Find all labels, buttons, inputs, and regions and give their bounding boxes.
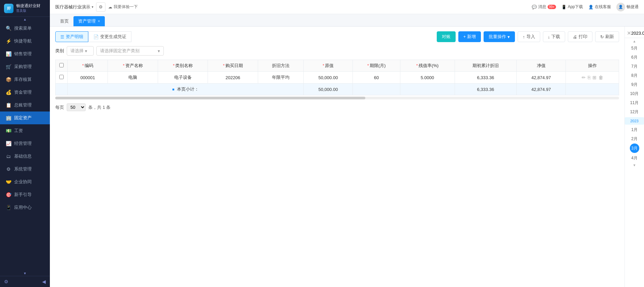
select-all-checkbox[interactable] — [59, 63, 64, 67]
refresh-button[interactable]: ↻ 刷新 — [595, 31, 619, 42]
tab-asset-detail-label: 资产明细 — [66, 34, 83, 40]
date-month-12[interactable]: 12月 — [625, 107, 644, 117]
delete-icon[interactable]: 🗑 — [599, 75, 603, 80]
sidebar-item-funds[interactable]: 💰 资金管理 — [0, 86, 50, 99]
copy-icon[interactable]: ⎘ — [588, 75, 590, 80]
sidebar-item-fixed-assets[interactable]: 🏢 固定资产 — [0, 111, 50, 124]
row-residual-rate: 5.0000 — [400, 72, 455, 84]
new-button[interactable]: + 新增 — [458, 31, 481, 42]
sidebar-item-app-center[interactable]: 📱 应用中心 — [0, 201, 50, 214]
sidebar-item-ledger[interactable]: 📋 总账管理 — [0, 99, 50, 111]
purchase-icon: 🛒 — [5, 64, 11, 70]
date-month-3-active[interactable]: 3月 — [630, 144, 639, 153]
sidebar-item-guide[interactable]: 🎯 新手引导 — [0, 188, 50, 201]
per-page-select[interactable]: 50 10 20 100 — [67, 103, 86, 111]
sidebar-item-base-info[interactable]: 🗂 基础信息 — [0, 150, 50, 163]
date-panel-year-label: 2023 — [625, 117, 644, 125]
sidebar-item-enterprise[interactable]: 🤝 企业协同 — [0, 176, 50, 188]
company-selector[interactable]: 医疗器械行业演示 ▾ — [55, 4, 93, 10]
date-month-11[interactable]: 11月 — [625, 98, 644, 107]
table-header-depreciation-method: 折旧方法 — [258, 60, 303, 72]
download-button[interactable]: ↓ 下载 — [543, 31, 565, 42]
sidebar-item-inventory[interactable]: 📦 库存核算 — [0, 73, 50, 86]
base-info-icon: 🗂 — [5, 153, 11, 159]
sidebar-item-sales[interactable]: 📊 销售管理 — [0, 47, 50, 60]
collapse-icon[interactable]: ◀ — [42, 279, 46, 284]
message-button[interactable]: 💬 消息 99+ — [532, 4, 556, 10]
tab-close-icon[interactable]: × — [98, 19, 100, 24]
date-month-5[interactable]: 5月 — [625, 44, 644, 53]
online-service-button[interactable]: 👤 在线客服 — [588, 4, 611, 10]
date-month-1[interactable]: 1月 — [625, 125, 644, 134]
sidebar-item-label: 库存核算 — [14, 76, 32, 83]
toolbar: ☰ 资产明细 📄 变更生成凭证 对账 + 新增 — [55, 31, 619, 42]
enterprise-icon: 🤝 — [5, 179, 11, 185]
table-icon: ☰ — [60, 34, 64, 39]
sidebar-item-system[interactable]: ⚙ 系统管理 — [0, 163, 50, 176]
header-settings-button[interactable]: ⚙ — [96, 2, 105, 12]
table-header-net-value: 净值 — [517, 60, 566, 72]
subtotal-checkbox-cell — [56, 84, 68, 95]
cloud-icon: ☁ — [108, 5, 112, 9]
tab-home[interactable]: 首页 — [55, 16, 73, 26]
sidebar-item-label: 快捷导航 — [14, 38, 32, 44]
date-month-7[interactable]: 7月 — [625, 62, 644, 71]
settings-icon[interactable]: ⚙ — [4, 279, 8, 284]
tab-change-voucher-button[interactable]: 📄 变更生成凭证 — [88, 31, 131, 42]
avatar: 👤 — [616, 3, 625, 11]
print-button[interactable]: 🖨 打印 — [568, 31, 592, 42]
experience-button[interactable]: ☁ 我要体验一下 — [108, 4, 138, 10]
sidebar-item-label: 固定资产 — [14, 115, 32, 121]
tab-asset-management[interactable]: 资产管理 × — [73, 16, 105, 26]
funds-icon: 💰 — [5, 89, 11, 95]
date-month-10[interactable]: 10月 — [625, 89, 644, 98]
filter-category-select[interactable]: 请选择固定资产类别 ▾ — [96, 46, 164, 56]
date-panel: ✕ 2023.03 ⤢ ▲ 5月 6月 7月 8月 9月 10月 11月 12月… — [624, 27, 644, 287]
import-button[interactable]: ↑ 导入 — [518, 31, 540, 42]
company-name: 医疗器械行业演示 — [55, 4, 90, 10]
import-label: 导入 — [526, 34, 535, 40]
main-content: 医疗器械行业演示 ▾ ⚙ ☁ 我要体验一下 💬 消息 99+ 📱 App下载 — [50, 0, 644, 287]
date-months-after: 1月 2月 3月 4月 — [625, 125, 644, 163]
date-panel-down-icon[interactable]: ▼ — [632, 163, 637, 168]
date-month-8[interactable]: 8月 — [625, 71, 644, 80]
sidebar-item-purchase[interactable]: 🛒 采购管理 — [0, 60, 50, 73]
date-panel-up-icon[interactable]: ▲ — [632, 39, 637, 44]
tab-asset-detail-button[interactable]: ☰ 资产明细 — [55, 31, 88, 42]
row-name: 电脑 — [108, 72, 158, 84]
date-panel-close-icon[interactable]: ✕ — [627, 30, 631, 36]
quick-nav-icon: ⚡ — [5, 38, 11, 44]
service-icon: 👤 — [588, 5, 593, 9]
edit-icon[interactable]: ✏ — [582, 75, 586, 80]
filter-category-type[interactable]: 请选择 ▾ — [67, 46, 94, 56]
sidebar-item-business[interactable]: 📈 经营管理 — [0, 137, 50, 150]
app-logo-icon: 好 — [4, 4, 13, 13]
subtotal-residual-cell — [400, 84, 455, 95]
batch-button[interactable]: 批量操作 ▾ — [484, 31, 515, 42]
filter-label: 类别 — [55, 48, 64, 54]
date-months-before: 5月 6月 7月 8月 9月 10月 11月 12月 — [625, 44, 644, 117]
account-button[interactable]: 对账 — [437, 31, 456, 42]
sidebar-item-search[interactable]: 🔍 搜索菜单 — [0, 22, 50, 35]
sidebar-item-label: 经营管理 — [14, 140, 32, 147]
voucher-icon: 📄 — [93, 34, 99, 39]
date-panel-header-row: ✕ 2023.03 ⤢ — [625, 29, 644, 38]
row-original-value: 50,000.00 — [304, 72, 353, 84]
user-menu[interactable]: 👤 畅捷通 — [616, 3, 639, 11]
user-name: 畅捷通 — [626, 4, 639, 10]
app-download-button[interactable]: 📱 App下载 — [561, 4, 583, 10]
sidebar-scroll-down[interactable]: ▼ — [0, 271, 50, 276]
row-checkbox[interactable] — [59, 75, 64, 79]
more-icon[interactable]: ⊞ — [592, 75, 596, 80]
sidebar-item-label: 采购管理 — [14, 64, 32, 70]
sidebar-item-quick-nav[interactable]: ⚡ 快捷导航 — [0, 35, 50, 47]
horizontal-scrollbar[interactable] — [55, 97, 619, 99]
subtotal-operation-cell — [566, 84, 619, 95]
table-header-residual-rate: *残值率(%) — [400, 60, 455, 72]
sidebar-scroll-up[interactable]: ▲ — [0, 17, 50, 22]
date-month-9[interactable]: 9月 — [625, 80, 644, 89]
date-month-4[interactable]: 4月 — [625, 154, 644, 163]
sidebar-item-payroll[interactable]: 💵 工资 — [0, 124, 50, 137]
date-month-6[interactable]: 6月 — [625, 53, 644, 62]
date-month-2[interactable]: 2月 — [625, 134, 644, 144]
